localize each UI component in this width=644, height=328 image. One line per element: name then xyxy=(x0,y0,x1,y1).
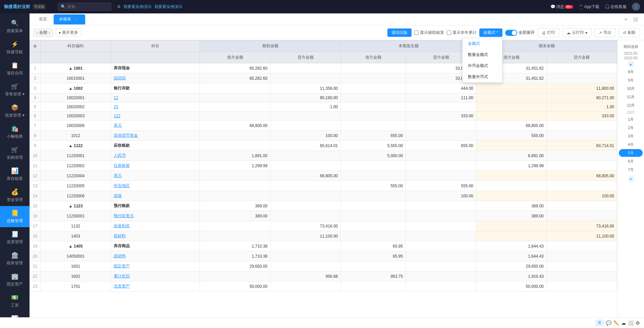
refresh-btn[interactable]: ↺ 刷新 xyxy=(619,28,640,37)
type-option-qty-foreign[interactable]: 数量外币式 xyxy=(463,71,502,82)
td-name[interactable]: 美元 xyxy=(111,171,200,181)
sidebar-item-ecommerce[interactable]: 🛍️ 小畅电商 xyxy=(0,122,30,143)
bottom-icon-edit[interactable]: ✏️ xyxy=(613,320,619,326)
tab-close-balance[interactable]: ✕ xyxy=(72,16,80,22)
sidebar-item-retail[interactable]: 🛒 零售管理 ▾ xyxy=(0,79,30,101)
sidebar-item-project[interactable]: 📋 项目合同 xyxy=(0,58,30,79)
tab-home[interactable]: 首页 xyxy=(34,14,52,24)
type-dropdown-btn[interactable]: 金额式 ^ xyxy=(479,28,502,37)
expand-all-switch[interactable] xyxy=(505,30,517,36)
tab-balance[interactable]: 余额表 ✕ xyxy=(54,14,85,24)
period-10[interactable]: 10月 xyxy=(619,85,643,92)
demo-link[interactable]: 我要看实例演示 xyxy=(123,4,152,10)
bottom-icon-cloud[interactable]: ☁ xyxy=(621,320,626,326)
account-link[interactable]: 游戏 xyxy=(114,193,122,198)
user-avatar[interactable]: 👤 xyxy=(632,3,640,11)
period-8[interactable]: 8月 xyxy=(619,68,643,76)
type-option-amount[interactable]: 金额式 xyxy=(463,38,502,49)
show-subsidiary-check[interactable]: 显示辅助核算 xyxy=(414,30,444,36)
td-name[interactable]: 固定资产 xyxy=(111,261,200,271)
bottom-icon-box[interactable]: ⬜ xyxy=(628,320,634,326)
period-1[interactable]: 1月 xyxy=(619,116,643,123)
sidebar-item-purchase[interactable]: 🛒 采购管理 xyxy=(0,143,30,164)
account-link[interactable]: 累计折旧 xyxy=(114,274,130,278)
sidebar-item-invoice[interactable]: 🧾 发票管理 xyxy=(0,227,30,248)
td-name[interactable]: 往来标签 xyxy=(111,161,200,171)
sidebar-item-ledger[interactable]: 📒 总账管理 xyxy=(0,206,30,227)
td-name[interactable]: 预付款美元 xyxy=(111,211,200,221)
account-link[interactable]: 往来标签 xyxy=(114,163,130,168)
sidebar-item-payroll[interactable]: 💵 工资 xyxy=(0,290,30,312)
td-name[interactable]: 无形资产 xyxy=(111,281,200,291)
sidebar-item-finance[interactable]: 💰 资金管理 xyxy=(0,185,30,206)
td-name[interactable]: 原材料 xyxy=(111,231,200,241)
td-name[interactable]: 23 xyxy=(111,103,200,112)
online-service-btn[interactable]: 🎧 在线客服 xyxy=(605,4,627,10)
collapse-up-btn[interactable]: ▲ xyxy=(628,61,634,67)
sidebar-item-tax[interactable]: 🏛️ 税务管理 xyxy=(0,248,30,269)
td-name[interactable]: 回回回 xyxy=(111,73,200,83)
bottom-icon-cn[interactable]: 英 xyxy=(595,320,604,326)
message-btn[interactable]: 💬 消息 99+ xyxy=(550,4,573,10)
account-link[interactable]: 12 xyxy=(114,95,118,100)
td-name[interactable]: 美元 xyxy=(111,121,200,131)
cloud-print-btn[interactable]: ☁ 云打印 ▾ xyxy=(562,28,592,37)
td-name[interactable]: 原材料 xyxy=(111,251,200,261)
td-name[interactable]: 122 xyxy=(111,112,200,121)
print-btn[interactable]: 🖨 打印 xyxy=(537,28,559,37)
account-link[interactable]: 美元 xyxy=(114,173,122,178)
td-name[interactable]: 其他货币资金 xyxy=(111,131,200,141)
collapse-down-btn[interactable]: ▾ xyxy=(628,176,634,182)
account-link[interactable]: 回回回 xyxy=(114,76,126,80)
account-link[interactable]: 原材料 xyxy=(114,234,126,238)
breadcrumb-forward-icon[interactable]: › xyxy=(49,30,50,35)
account-link[interactable]: 其他货币资金 xyxy=(114,133,138,138)
td-name[interactable]: 应收利息 xyxy=(111,221,200,231)
type-option-foreign-amount[interactable]: 外币金额式 xyxy=(463,60,502,71)
account-link[interactable]: 23 xyxy=(114,105,118,109)
account-link[interactable]: 无形资产 xyxy=(114,284,130,288)
account-link[interactable]: 所在地区 xyxy=(114,183,130,188)
account-link[interactable]: 人民币 xyxy=(114,153,126,158)
period-7[interactable]: 7月 xyxy=(619,166,643,174)
account-link[interactable]: 固定资产 xyxy=(114,264,130,268)
account-link[interactable]: 应收利息 xyxy=(114,223,130,228)
sidebar-item-quick-nav[interactable]: ⚡ 快捷导航 xyxy=(0,37,30,58)
sidebar-item-assets[interactable]: 🏢 固定资产 xyxy=(0,269,30,290)
type-option-qty-amount[interactable]: 数量金额式 xyxy=(463,49,502,60)
th-settings[interactable]: ⚙ xyxy=(30,41,41,52)
sidebar-item-inventory[interactable]: 📊 库存核算 xyxy=(0,164,30,185)
maximize-btn[interactable]: ⬜ xyxy=(631,16,640,22)
sidebar-item-search[interactable]: 🔍 搜索菜单 xyxy=(0,16,30,37)
sidebar-item-wholesale[interactable]: 📦 批发管理 ▾ xyxy=(0,101,30,122)
period-6[interactable]: 6月 xyxy=(619,157,643,165)
td-name[interactable]: 12 xyxy=(111,93,200,103)
year-checkbox[interactable] xyxy=(447,30,451,35)
bottom-icon-settings[interactable]: ⚙ xyxy=(636,320,640,326)
account-link[interactable]: 美元 xyxy=(114,123,122,128)
account-link[interactable]: 预付款美元 xyxy=(114,213,134,218)
period-4[interactable]: 4月 xyxy=(619,141,643,148)
app-download-btn[interactable]: 📱 App下载 xyxy=(579,4,599,10)
show-year-check[interactable]: 显示本年累计 xyxy=(447,30,477,36)
period-3[interactable]: 3月 xyxy=(619,132,643,140)
period-2[interactable]: 2月 xyxy=(619,124,643,132)
td-name[interactable]: 人民币 xyxy=(111,151,200,161)
period-5[interactable]: 5月 xyxy=(619,149,643,157)
account-link[interactable]: 原材料 xyxy=(114,254,126,258)
period-12[interactable]: 12月 xyxy=(619,102,643,109)
export-btn[interactable]: ↗ 导出 xyxy=(594,28,616,37)
period-11[interactable]: 11月 xyxy=(619,93,643,101)
breadcrumb-back-icon[interactable]: ‹ xyxy=(37,30,38,35)
td-name[interactable]: 游戏 xyxy=(111,191,200,201)
td-name[interactable]: 累计折旧 xyxy=(111,271,200,281)
td-name[interactable]: 所在地区 xyxy=(111,181,200,191)
bottom-icon-chat[interactable]: 💬 xyxy=(606,320,611,326)
account-link[interactable]: 122 xyxy=(114,114,120,118)
search-box[interactable]: 🔍 xyxy=(58,3,111,11)
subsidiary-checkbox[interactable] xyxy=(414,30,419,35)
return-old-btn[interactable]: 退回旧版 xyxy=(387,28,412,37)
period-9[interactable]: 9月 xyxy=(619,76,643,84)
close-tab-btn[interactable]: ✕ xyxy=(622,16,630,22)
demo-link-text[interactable]: 我要看实例演示 xyxy=(154,4,182,10)
